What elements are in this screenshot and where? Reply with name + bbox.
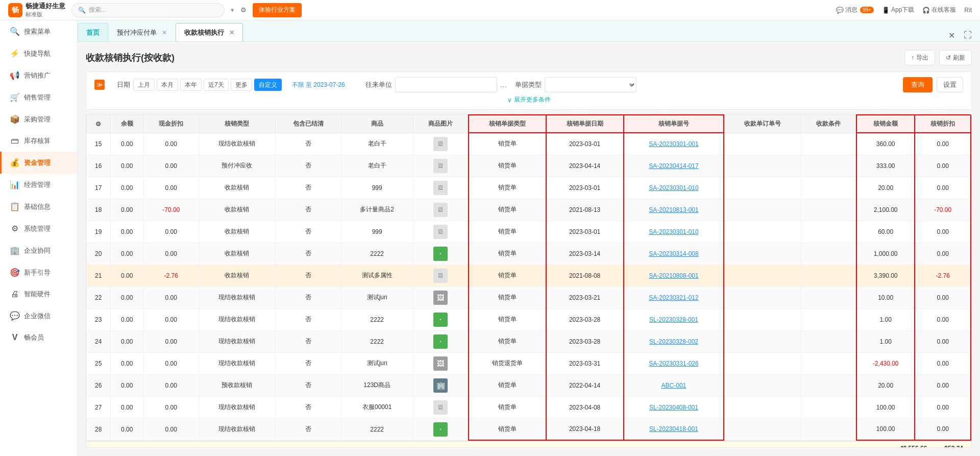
row-goods-img: 🖼 bbox=[413, 221, 469, 243]
row-discount: 0.00 bbox=[143, 155, 199, 177]
row-bill-no[interactable]: SA-20210808-001 bbox=[624, 265, 724, 286]
more-btn[interactable]: 更多 bbox=[231, 79, 252, 91]
partner-input[interactable] bbox=[395, 77, 497, 92]
row-goods: 衣服00001 bbox=[341, 396, 413, 418]
sidebar-item-system[interactable]: ⚙ 系统管理 bbox=[0, 218, 77, 239]
tab-prepay-close[interactable]: ✕ bbox=[162, 29, 167, 36]
last-month-btn[interactable]: 上月 bbox=[133, 79, 155, 91]
row-settled: 否 bbox=[275, 199, 341, 221]
th-order-no: 收款单订单号 bbox=[724, 115, 801, 133]
tab-home[interactable]: 首页 bbox=[78, 23, 108, 41]
custom-btn[interactable]: 自定义 bbox=[254, 79, 282, 91]
row-no: 27 bbox=[87, 396, 111, 418]
bill-type-select[interactable] bbox=[545, 77, 636, 92]
query-btn[interactable]: 查询 bbox=[903, 77, 933, 92]
th-amount: 核销金额 bbox=[856, 115, 915, 133]
tab-close-btn[interactable]: ✕ bbox=[945, 29, 958, 41]
row-bill-no[interactable]: SA-20210813-001 bbox=[624, 199, 724, 221]
row-goods-img: ▪ bbox=[413, 308, 469, 330]
this-year-btn[interactable]: 本年 bbox=[180, 79, 202, 91]
row-goods-img: ▪ bbox=[413, 243, 469, 265]
partner-label: 往来单位 bbox=[365, 80, 392, 89]
sidebar-item-hardware[interactable]: 🖨 智能硬件 bbox=[0, 283, 77, 305]
row-bill-no[interactable]: SA-20230301-010 bbox=[624, 177, 724, 199]
marketing-icon: 📢 bbox=[10, 70, 20, 80]
tab-prepay[interactable]: 预付冲应付单 ✕ bbox=[108, 23, 176, 41]
row-amount: 333.00 bbox=[856, 155, 915, 177]
filter-settings-btn[interactable]: 设置 bbox=[937, 77, 963, 92]
last7-btn[interactable]: 近7天 bbox=[204, 79, 229, 91]
row-pay-cond bbox=[801, 243, 856, 265]
sidebar-item-finance[interactable]: 💰 资金管理 bbox=[0, 152, 77, 174]
sidebar-item-enterprise[interactable]: 🏢 企业协同 bbox=[0, 239, 77, 261]
row-bill-type: 销货退货单 bbox=[469, 352, 546, 374]
th-bill-date: 核销单据日期 bbox=[546, 115, 624, 133]
sidebar-item-member[interactable]: V 畅会员 bbox=[0, 327, 77, 348]
online-service-btn[interactable]: 🎧 在线客服 bbox=[922, 6, 956, 14]
this-month-btn[interactable]: 本月 bbox=[157, 79, 178, 91]
row-bill-no[interactable]: SA-20230301-010 bbox=[624, 221, 724, 243]
row-bill-no[interactable]: SA-20230414-017 bbox=[624, 155, 724, 177]
tab-expand-btn[interactable]: ⛶ bbox=[962, 29, 974, 41]
page-title-bar: 收款核销执行(按收款) ↑ 导出 ↺ 刷新 bbox=[86, 50, 972, 65]
row-bill-date: 2023-03-21 bbox=[546, 286, 624, 308]
message-btn[interactable]: 💬 消息 99+ bbox=[836, 6, 874, 14]
th-settings[interactable]: ⚙ bbox=[87, 115, 111, 133]
row-type: 现结收款核销 bbox=[199, 286, 275, 308]
settings-icon[interactable]: ⚙ bbox=[240, 6, 247, 14]
top-search-bar[interactable]: 🔍 搜索... bbox=[71, 3, 225, 17]
row-bill-no[interactable]: SL-20230328-002 bbox=[624, 330, 724, 352]
row-type: 现结收款核销 bbox=[199, 308, 275, 330]
sidebar-item-inventory[interactable]: 🗃 库存核算 bbox=[0, 130, 77, 152]
row-bill-no[interactable]: SA-20230331-026 bbox=[624, 352, 724, 374]
row-discount: 0.00 bbox=[143, 286, 199, 308]
sidebar-item-quicknav[interactable]: ⚡ 快捷导航 bbox=[0, 42, 77, 64]
row-discount: -2.76 bbox=[143, 265, 199, 286]
table-container[interactable]: ⚙ 余额 现金折扣 核销类型 包含已结清 商品 商品图片 核销单据类型 核销单据… bbox=[86, 114, 972, 448]
dropdown-icon[interactable]: ▾ bbox=[231, 6, 234, 14]
refresh-icon: ↺ bbox=[946, 54, 951, 61]
row-settled: 否 bbox=[275, 133, 341, 155]
row-bill-no[interactable]: SA-20230314-008 bbox=[624, 243, 724, 265]
sidebar-label-quicknav: 快捷导航 bbox=[24, 49, 51, 58]
product-image: ▪ bbox=[433, 313, 448, 327]
export-btn[interactable]: ↑ 导出 bbox=[904, 50, 935, 65]
th-pay-cond: 收款条件 bbox=[801, 115, 856, 133]
row-bill-no[interactable]: SA-20230301-001 bbox=[624, 133, 724, 155]
row-bill-no[interactable]: SL-20230328-001 bbox=[624, 308, 724, 330]
industry-btn[interactable]: 体验行业方案 bbox=[253, 3, 302, 17]
sidebar-item-operations[interactable]: 📊 经营管理 bbox=[0, 174, 77, 196]
sidebar-item-search[interactable]: 🔍 搜索菜单 bbox=[0, 20, 77, 42]
row-bill-no[interactable]: SL-20230408-001 bbox=[624, 396, 724, 418]
sidebar-label-hardware: 智能硬件 bbox=[24, 290, 51, 299]
sidebar-item-wechat[interactable]: 💬 企业微信 bbox=[0, 305, 77, 327]
row-goods: 多计量商品2 bbox=[341, 199, 413, 221]
tab-collect-close[interactable]: ✕ bbox=[229, 29, 234, 36]
sidebar-item-marketing[interactable]: 📢 营销推广 bbox=[0, 64, 77, 86]
row-order-no bbox=[724, 418, 801, 440]
search-placeholder: 搜索... bbox=[89, 6, 106, 14]
table-row: 18 0.00 -70.00 收款核销 否 多计量商品2 🖼 销货单 2021-… bbox=[87, 199, 971, 221]
product-image: 🖼 bbox=[433, 291, 448, 305]
sidebar-item-sales[interactable]: 🛒 销售管理 bbox=[0, 86, 77, 108]
sidebar-item-purchase[interactable]: 📦 采购管理 bbox=[0, 108, 77, 130]
row-bill-no[interactable]: SL-20230418-001 bbox=[624, 418, 724, 440]
expand-btn[interactable]: ∨ 展开更多条件 bbox=[507, 95, 551, 104]
row-write-off-discount: 0.00 bbox=[915, 243, 971, 265]
table-row: 16 0.00 0.00 预付冲应收 否 老白干 🖼 销货单 2023-04-1… bbox=[87, 155, 971, 177]
filter-toggle-btn[interactable]: ≫ bbox=[94, 80, 105, 90]
product-image: ▪ bbox=[433, 422, 448, 437]
sidebar-item-basic[interactable]: 📋 基础信息 bbox=[0, 196, 77, 218]
row-write-off-discount: 0.00 bbox=[915, 221, 971, 243]
tab-collect[interactable]: 收款核销执行 ✕ bbox=[176, 23, 243, 41]
row-balance: 0.00 bbox=[110, 221, 143, 243]
row-write-off-discount: 0.00 bbox=[915, 155, 971, 177]
row-bill-no[interactable]: ABC-001 bbox=[624, 374, 724, 396]
refresh-btn[interactable]: ↺ 刷新 bbox=[939, 50, 972, 65]
app-download-btn[interactable]: 📱 App下载 bbox=[882, 6, 914, 14]
sidebar-item-guide[interactable]: 🎯 新手引导 bbox=[0, 261, 77, 283]
row-bill-no[interactable]: SA-20230321-012 bbox=[624, 286, 724, 308]
table-row: 21 0.00 -2.76 收款核销 否 测试多属性 🖼 销货单 2021-08… bbox=[87, 265, 971, 286]
data-table: ⚙ 余额 现金折扣 核销类型 包含已结清 商品 商品图片 核销单据类型 核销单据… bbox=[86, 114, 971, 441]
user-profile[interactable]: Rit bbox=[964, 7, 972, 14]
